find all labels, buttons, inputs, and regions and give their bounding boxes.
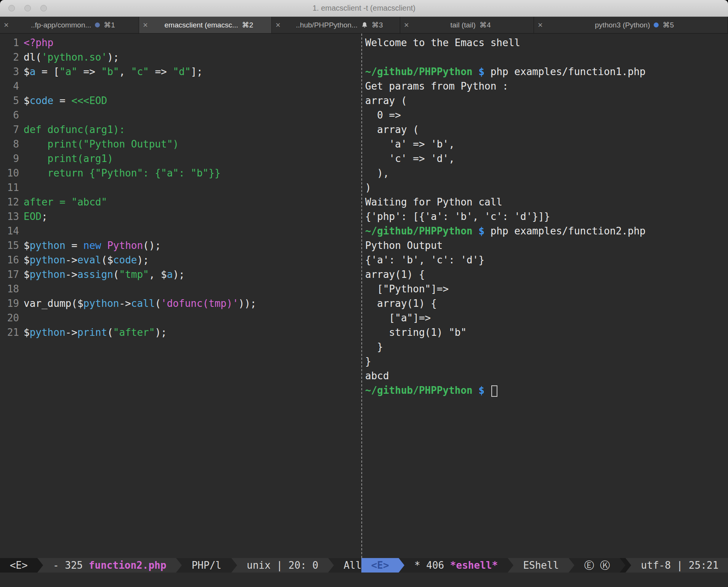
text-segment: print	[77, 327, 107, 338]
text-segment: def dofunc(arg1):	[24, 124, 125, 135]
text-segment: ["Python"]=>	[365, 283, 449, 295]
modeline-text: Ⓔ Ⓚ	[578, 558, 616, 573]
code-line: 15$python = new Python();	[0, 238, 361, 253]
bell-icon	[361, 22, 368, 28]
line-number: 1	[0, 35, 24, 50]
tab-close-icon[interactable]: ×	[143, 21, 148, 29]
text-segment: code	[30, 95, 54, 106]
line-number: 14	[0, 224, 24, 238]
terminal-line: 'c' => 'd',	[365, 151, 728, 166]
modeline-segment: Ⓔ Ⓚ	[574, 558, 620, 573]
text-segment: "c"	[131, 66, 149, 77]
modeline-segment: - 325 function2.php	[43, 558, 176, 573]
terminal-line: {'a': 'b', 'c': 'd'}	[365, 253, 728, 267]
line-number: 11	[0, 180, 24, 195]
tab-label: python3 (Python)	[595, 21, 650, 29]
terminal-line: ~/github/PHPPython $ php examples/functi…	[365, 224, 728, 238]
modeline-text: unix | 20: 0	[241, 558, 324, 573]
line-number: 18	[0, 282, 24, 296]
tab-5[interactable]: ×python3 (Python)⌘5	[534, 17, 728, 33]
text-segment: Python Output	[365, 240, 443, 251]
modeline-segment: <E>	[0, 558, 37, 573]
text-segment: a	[167, 269, 173, 280]
tab-close-icon[interactable]: ×	[4, 21, 9, 29]
text-segment: "tmp"	[119, 269, 149, 280]
terminal-line: 0 =>	[365, 108, 728, 122]
tab-3[interactable]: ×..hub/PHPPython...⌘3	[272, 17, 400, 33]
text-segment: );	[173, 269, 184, 280]
modeline-segment: unix | 20: 0	[237, 558, 328, 573]
text-segment: <<<EOD	[71, 95, 107, 106]
tab-label: emacsclient (emacsc...	[165, 21, 238, 29]
code-line: 17$python->assign("tmp", $a);	[0, 267, 361, 282]
tab-label: ..hub/PHPPython...	[296, 21, 358, 29]
text-segment: call	[131, 298, 155, 309]
tab-shortcut: ⌘5	[662, 21, 674, 29]
close-button[interactable]	[8, 5, 15, 11]
modeline-segment: * 406 *eshell*	[404, 558, 507, 573]
tab-close-icon[interactable]: ×	[538, 21, 543, 29]
text-segment: );	[155, 327, 167, 338]
powerline-separator-icon	[625, 558, 631, 573]
text-segment: python	[83, 298, 119, 309]
text-segment: array(1) {	[365, 269, 425, 280]
code-line: 5$code = <<<EOD	[0, 93, 361, 108]
text-segment: array (	[365, 124, 419, 135]
tab-content: ..fp-app/common...⌘1	[11, 21, 135, 29]
text-segment: print(arg1)	[24, 153, 113, 164]
php-buffer-window[interactable]: 1<?php2dl('python.so');3$a = ["a" => "b"…	[0, 34, 361, 558]
text-segment: ),	[365, 167, 389, 179]
text-segment: array(1) {	[365, 298, 437, 309]
text-segment: ~/github/PHPPython	[365, 66, 478, 77]
terminal-line: ),	[365, 166, 728, 180]
tab-close-icon[interactable]: ×	[404, 21, 409, 29]
text-segment: Waiting for Python call	[365, 196, 502, 208]
powerline-separator-icon	[399, 558, 404, 573]
modeline-text: <E>	[4, 558, 34, 573]
modelines: <E> - 325 function2.php PHP/l unix | 20:…	[0, 558, 728, 573]
minimize-button[interactable]	[24, 5, 31, 11]
line-number: 15	[0, 238, 24, 253]
terminal-line: }	[365, 340, 728, 354]
line-number: 20	[0, 311, 24, 325]
text-segment: 'dofunc(tmp)'	[161, 298, 239, 309]
text-segment: "a"	[59, 66, 77, 77]
powerline-separator-icon	[620, 558, 625, 573]
text-segment: ->	[66, 254, 77, 266]
tab-2[interactable]: ×emacsclient (emacsc...⌘2	[139, 17, 272, 33]
tab-content: python3 (Python)⌘5	[545, 21, 724, 29]
tab-bar: ×..fp-app/common...⌘1×emacsclient (emacs…	[0, 17, 728, 34]
tab-shortcut: ⌘2	[242, 21, 253, 29]
terminal-line: ["a"]=>	[365, 311, 728, 325]
eshell-buffer-window[interactable]: Welcome to the Emacs shell~/github/PHPPy…	[361, 34, 728, 558]
terminal-line	[365, 50, 728, 64]
line-number: 4	[0, 79, 24, 93]
tab-shortcut: ⌘4	[479, 21, 491, 29]
terminal-line: abcd	[365, 369, 728, 383]
zoom-button[interactable]	[40, 5, 47, 11]
code-line: 14	[0, 224, 361, 238]
text-segment	[484, 385, 491, 396]
code-line: 3$a = ["a" => "b", "c" => "d"];	[0, 64, 361, 79]
text-segment: python	[30, 254, 66, 266]
text-segment: ,	[119, 66, 131, 77]
echo-area	[0, 573, 728, 587]
text-segment: 'a' => 'b',	[365, 138, 455, 150]
text-segment: 0 =>	[365, 109, 401, 121]
text-segment: );	[137, 254, 149, 266]
text-segment: ($	[101, 254, 113, 266]
terminal-line: }	[365, 354, 728, 369]
tab-1[interactable]: ×..fp-app/common...⌘1	[0, 17, 139, 33]
text-segment: $	[24, 240, 30, 251]
traffic-lights	[8, 0, 47, 16]
text-segment	[101, 240, 107, 251]
session-activity-dot-icon	[95, 22, 100, 27]
modeline-text: function2.php	[89, 558, 167, 573]
tab-close-icon[interactable]: ×	[276, 21, 281, 29]
tab-4[interactable]: ×tail (tail)⌘4	[400, 17, 534, 33]
terminal-line: Get params from Python :	[365, 79, 728, 93]
modeline-text: - 325	[47, 558, 89, 573]
powerline-separator-icon	[176, 558, 182, 573]
code-line: 2dl('python.so');	[0, 50, 361, 64]
text-segment: php examples/function2.php	[484, 225, 646, 237]
